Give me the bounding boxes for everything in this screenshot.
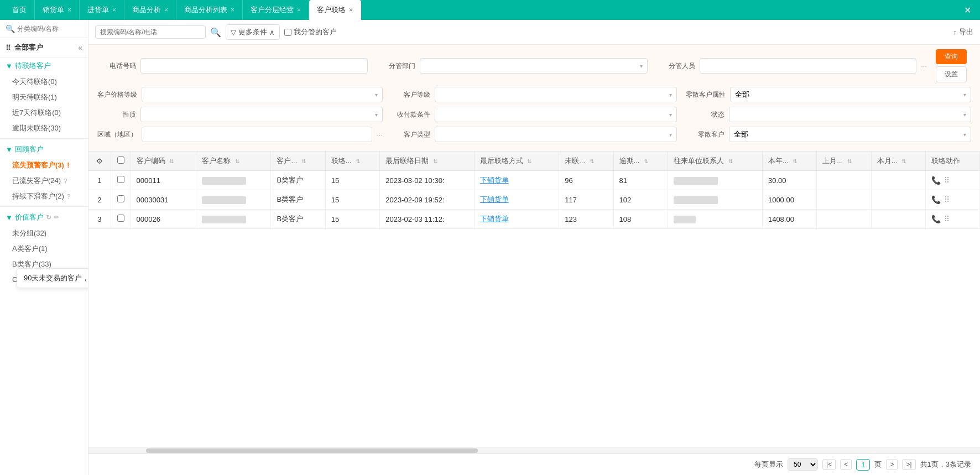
tab-sales-order[interactable]: 销货单 × — [35, 0, 80, 20]
th-overdue[interactable]: 逾期... ⇅ — [613, 152, 668, 171]
th-last-month[interactable]: 上月... ⇅ — [817, 152, 871, 171]
th-this-month[interactable]: 本月... ⇅ — [871, 152, 925, 171]
filter-input-person[interactable] — [700, 58, 916, 74]
refresh-icon[interactable]: ↻ — [46, 213, 51, 221]
my-customers-checkbox[interactable] — [284, 29, 291, 36]
prev-page-btn[interactable]: < — [840, 459, 852, 470]
sidebar-item-declining-customers[interactable]: 持续下滑客户(2) ? — [0, 189, 88, 204]
td-method-1[interactable]: 下销货单 — [474, 171, 559, 190]
export-button[interactable]: ↑ 导出 — [953, 27, 974, 37]
filter-search-button[interactable]: 🔍 — [210, 27, 221, 38]
tab-product-analysis[interactable]: 商品分析 × — [124, 0, 176, 20]
sidebar-group-pending-contact[interactable]: ▼ 待联络客户 — [0, 58, 88, 74]
filter-more-conditions-btn[interactable]: ▽ 更多条件 ∧ — [226, 24, 280, 40]
row-checkbox-2[interactable] — [117, 195, 124, 202]
filter-input-phone[interactable] — [140, 58, 368, 74]
chevron-down-nature-icon: ▾ — [375, 112, 378, 118]
sidebar-item-lost-customers[interactable]: 已流失客户(24) ? — [0, 173, 88, 189]
tab-close-product-analysis-list[interactable]: × — [231, 6, 234, 14]
td-code-1: 000011 — [131, 171, 196, 190]
th-this-year[interactable]: 本年... ⇅ — [762, 152, 816, 171]
filter-select-scatter[interactable]: 全部 ▾ — [729, 127, 971, 142]
filter-select-dept[interactable]: ▾ — [420, 58, 647, 74]
filter-select-status[interactable]: ▾ — [729, 107, 971, 122]
horizontal-scrollbar[interactable] — [88, 447, 980, 453]
sidebar-group-review[interactable]: ▼ 回顾客户 — [0, 141, 88, 158]
tab-home[interactable]: 首页 — [4, 0, 35, 20]
last-page-btn[interactable]: >| — [902, 459, 915, 470]
tab-close-purchase-order[interactable]: × — [112, 6, 116, 14]
td-checkbox-2[interactable] — [111, 190, 131, 210]
sort-overdue-icon: ⇅ — [644, 158, 648, 164]
first-page-btn[interactable]: |< — [822, 459, 836, 470]
settings-button[interactable]: 设置 — [936, 66, 967, 82]
th-customer-code[interactable]: 客户编码 ⇅ — [131, 152, 196, 171]
tab-close-sales-order[interactable]: × — [67, 6, 71, 14]
th-uncontacted[interactable]: 未联... ⇅ — [559, 152, 613, 171]
sidebar-search-input[interactable] — [17, 25, 82, 33]
edit-icon[interactable]: ✏ — [54, 213, 59, 221]
filter-dots-region[interactable]: ··· — [377, 131, 383, 139]
sidebar-item-7day-pending[interactable]: 近7天待联络(0) — [0, 105, 88, 121]
tab-close-customer-stratification[interactable]: × — [297, 6, 301, 14]
row-checkbox-1[interactable] — [117, 176, 124, 183]
sidebar-item-class-a[interactable]: A类客户(1) — [0, 241, 88, 257]
th-customer-name[interactable]: 客户名称 ⇅ — [196, 152, 271, 171]
collapse-icon[interactable]: « — [78, 43, 82, 52]
th-customer-type[interactable]: 客户... ⇅ — [271, 152, 325, 171]
tooltip-churn-warning: 90天未交易的客户，可能有流失风险。 — [17, 268, 88, 288]
action-more-icon-1[interactable]: ⠿ — [944, 176, 950, 185]
td-method-2[interactable]: 下销货单 — [474, 190, 559, 210]
filter-label-scatter-attr: 零散客户属性 — [686, 90, 726, 100]
sidebar-group-value[interactable]: ▼ 价值客户 ↻ ✏ — [0, 209, 88, 226]
action-more-icon-2[interactable]: ⠿ — [944, 195, 950, 204]
filter-select-payment-terms[interactable]: ▾ — [435, 107, 677, 122]
sidebar-item-churn-warning[interactable]: 流失预警客户(3) ! — [0, 158, 88, 173]
filter-select-price-level[interactable]: ▾ — [142, 87, 383, 102]
sidebar-item-ungrouped[interactable]: 未分组(32) — [0, 226, 88, 241]
th-contacts-person[interactable]: 往来单位联系人 ⇅ — [668, 152, 762, 171]
filter-dots-person[interactable]: ··· — [921, 62, 927, 70]
th-last-contact-date[interactable]: 最后联络日期 ⇅ — [380, 152, 474, 171]
filter-select-nature[interactable]: ▾ — [140, 107, 383, 122]
select-all-checkbox[interactable] — [117, 156, 124, 164]
th-last-contact-method[interactable]: 最后联络方式 ⇅ — [474, 152, 559, 171]
action-more-icon-3[interactable]: ⠿ — [944, 215, 950, 223]
tab-customer-contact[interactable]: 客户联络 × — [309, 0, 361, 20]
td-method-3[interactable]: 下销货单 — [474, 210, 559, 229]
filter-select-customer-level[interactable]: ▾ — [435, 87, 677, 102]
filter-row-1: 电话号码 分管部门 ▾ 分管人员 ··· 查询 设置 — [97, 49, 971, 82]
group-arrow-icon-3: ▼ — [6, 213, 13, 222]
filter-field-nature: 性质 ▾ — [97, 107, 383, 122]
sidebar-item-today-pending[interactable]: 今天待联络(0) — [0, 74, 88, 90]
chevron-down-payment-icon: ▾ — [669, 112, 672, 118]
action-phone-icon-3[interactable]: 📞 — [931, 215, 941, 223]
filter-input-region[interactable] — [142, 127, 372, 142]
th-checkbox[interactable] — [111, 152, 131, 171]
th-contact[interactable]: 联络... ⇅ — [325, 152, 379, 171]
tab-purchase-order[interactable]: 进货单 × — [80, 0, 124, 20]
filter-select-scatter-attr[interactable]: 全部 ▾ — [730, 87, 971, 102]
sidebar-all-customers[interactable]: ⠿ 全部客户 « — [0, 38, 88, 58]
close-window-btn[interactable]: ✕ — [960, 5, 976, 15]
td-last-month-2 — [817, 190, 871, 210]
query-button[interactable]: 查询 — [936, 49, 967, 64]
th-settings[interactable]: ⚙ — [88, 152, 111, 171]
my-customers-checkbox-label[interactable]: 我分管的客户 — [284, 27, 337, 37]
action-phone-icon-2[interactable]: 📞 — [931, 195, 941, 204]
filter-select-customer-type[interactable]: ▾ — [435, 127, 677, 142]
filter-search-input[interactable] — [95, 25, 206, 39]
next-page-btn[interactable]: > — [886, 459, 898, 470]
td-checkbox-3[interactable] — [111, 210, 131, 229]
tab-product-analysis-list[interactable]: 商品分析列表 × — [176, 0, 243, 20]
tab-customer-stratification[interactable]: 客户分层经营 × — [243, 0, 309, 20]
action-phone-icon-1[interactable]: 📞 — [931, 176, 941, 185]
row-checkbox-3[interactable] — [117, 215, 124, 222]
tab-close-product-analysis[interactable]: × — [164, 6, 168, 14]
td-checkbox-1[interactable] — [111, 171, 131, 190]
sidebar-item-tomorrow-pending[interactable]: 明天待联络(1) — [0, 90, 88, 105]
scrollbar-thumb[interactable] — [146, 448, 478, 453]
per-page-select[interactable]: 50 100 200 — [788, 458, 818, 471]
tab-close-customer-contact[interactable]: × — [349, 6, 353, 14]
sidebar-item-overdue-pending[interactable]: 逾期未联络(30) — [0, 121, 88, 136]
